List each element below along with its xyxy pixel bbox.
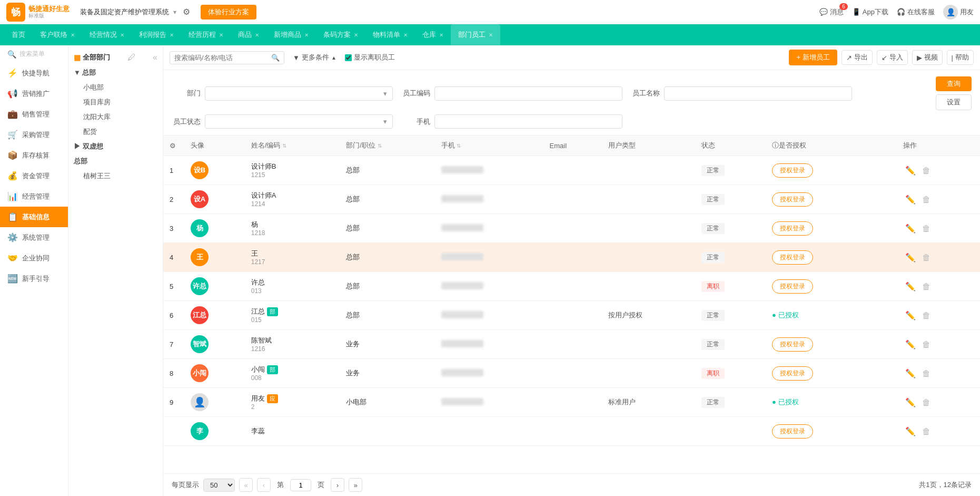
sidebar-item-shortcuts[interactable]: ⚡快捷导航 xyxy=(0,63,68,83)
edit-button[interactable]: ✏️ xyxy=(903,280,918,293)
online-service-button[interactable]: 🎧 在线客服 xyxy=(897,7,935,17)
dept-child-植树王三[interactable]: 植树王三 xyxy=(68,169,163,183)
tab-close-icon[interactable]: ✕ xyxy=(489,32,493,38)
next-page-button[interactable]: › xyxy=(331,478,344,492)
nav-tab-经营情况[interactable]: 经营情况 ✕ xyxy=(82,24,132,45)
prev-page-button[interactable]: ‹ xyxy=(257,478,271,492)
sidebar-item-enterprise[interactable]: 🤝企业协同 xyxy=(0,248,68,268)
phone-input[interactable] xyxy=(434,114,622,129)
emp-code-input[interactable] xyxy=(434,86,622,101)
sidebar-item-basic[interactable]: 📋基础信息 xyxy=(0,207,68,227)
auth-login-button[interactable]: 授权登录 xyxy=(772,279,813,294)
tab-close-icon[interactable]: ✕ xyxy=(120,32,124,38)
col-dept[interactable]: 部门/职位 ⇅ xyxy=(340,135,435,156)
tab-close-icon[interactable]: ✕ xyxy=(354,32,358,38)
nav-tab-商品[interactable]: 商品 ✕ xyxy=(231,24,266,45)
add-employee-button[interactable]: + 新增员工 xyxy=(789,50,837,65)
col-name[interactable]: 姓名/编码 ⇅ xyxy=(245,135,340,156)
col-settings[interactable]: ⚙ xyxy=(163,135,184,156)
delete-button[interactable]: 🗑 xyxy=(920,368,933,380)
auth-login-button[interactable]: 授权登录 xyxy=(772,424,813,439)
nav-tab-客户联络[interactable]: 客户联络 ✕ xyxy=(33,24,82,45)
nav-tab-仓库[interactable]: 仓库 ✕ xyxy=(415,24,451,45)
delete-button[interactable]: 🗑 xyxy=(920,397,933,409)
import-button[interactable]: ↙ 导入 xyxy=(877,50,908,65)
nav-tab-物料清单[interactable]: 物料清单 ✕ xyxy=(365,24,415,45)
emp-status-select[interactable]: ▾ xyxy=(205,114,393,129)
dept-group-双虚想[interactable]: ▶ 双虚想 xyxy=(68,139,163,154)
last-page-button[interactable]: » xyxy=(349,478,362,492)
tab-close-icon[interactable]: ✕ xyxy=(255,32,259,38)
show-resigned-checkbox[interactable] xyxy=(345,54,352,61)
auth-login-button[interactable]: 授权登录 xyxy=(772,337,813,352)
chevron-down-icon[interactable]: ▾ xyxy=(173,8,176,16)
edit-button[interactable]: ✏️ xyxy=(903,338,918,351)
nav-tab-新增商品[interactable]: 新增商品 ✕ xyxy=(266,24,316,45)
help-button[interactable]: | 帮助 xyxy=(947,50,974,65)
tab-close-icon[interactable]: ✕ xyxy=(304,32,309,38)
reset-button[interactable]: 设置 xyxy=(936,94,972,110)
nav-tab-首页[interactable]: 首页 xyxy=(4,24,33,45)
delete-button[interactable]: 🗑 xyxy=(920,426,933,437)
edit-button[interactable]: ✏️ xyxy=(903,309,918,322)
sidebar-item-sales[interactable]: 💼销售管理 xyxy=(0,104,68,124)
app-download-button[interactable]: 📱 App下载 xyxy=(852,7,888,17)
user-area[interactable]: 👤 用友 xyxy=(943,5,974,20)
delete-button[interactable]: 🗑 xyxy=(920,339,933,351)
auth-login-button[interactable]: 授权登录 xyxy=(772,250,813,265)
nav-tab-部门员工[interactable]: 部门员工 ✕ xyxy=(451,24,500,45)
view-button[interactable]: ▶ 视频 xyxy=(912,50,943,65)
sidebar-item-inventory[interactable]: 📦库存核算 xyxy=(0,145,68,166)
auth-login-button[interactable]: 授权登录 xyxy=(772,221,813,236)
more-filter-button[interactable]: ▼ 更多条件 ▲ xyxy=(289,51,341,64)
current-page-input[interactable] xyxy=(290,479,311,491)
sidebar-item-guide[interactable]: 🆕新手引导 xyxy=(0,268,68,289)
delete-button[interactable]: 🗑 xyxy=(920,252,933,264)
sidebar-item-purchase[interactable]: 🛒采购管理 xyxy=(0,124,68,145)
delete-button[interactable]: 🗑 xyxy=(920,310,933,322)
dept-child-小电部[interactable]: 小电部 xyxy=(68,80,163,95)
export-button[interactable]: ↗ 导出 xyxy=(842,50,873,65)
search-input[interactable] xyxy=(174,54,269,62)
emp-name-input[interactable] xyxy=(664,86,852,101)
dept-select[interactable]: ▾ xyxy=(205,86,393,101)
search-button[interactable]: 查询 xyxy=(936,76,972,91)
nav-tab-经营历程[interactable]: 经营历程 ✕ xyxy=(181,24,231,45)
sidebar-item-system[interactable]: ⚙️系统管理 xyxy=(0,227,68,248)
search-icon[interactable]: 🔍 xyxy=(271,54,280,62)
sidebar-item-marketing[interactable]: 📢营销推广 xyxy=(0,83,68,104)
first-page-button[interactable]: « xyxy=(239,478,253,492)
tab-close-icon[interactable]: ✕ xyxy=(219,32,223,38)
edit-button[interactable]: ✏️ xyxy=(903,193,918,206)
sidebar-item-finance[interactable]: 💰资金管理 xyxy=(0,166,68,186)
edit-button[interactable]: ✏️ xyxy=(903,222,918,235)
dept-edit-icon[interactable]: 🖊 xyxy=(127,53,136,62)
tab-close-icon[interactable]: ✕ xyxy=(439,32,443,38)
trial-button[interactable]: 体验行业方案 xyxy=(201,5,256,20)
show-resigned-toggle[interactable]: 显示离职员工 xyxy=(345,53,395,62)
edit-button[interactable]: ✏️ xyxy=(903,425,918,437)
delete-button[interactable]: 🗑 xyxy=(920,194,933,206)
nav-tab-条码方案[interactable]: 条码方案 ✕ xyxy=(316,24,365,45)
dept-child-项目库房[interactable]: 项目库房 xyxy=(68,95,163,110)
dept-collapse-icon[interactable]: « xyxy=(153,53,157,62)
settings-button[interactable]: ⚙ xyxy=(181,5,192,19)
dept-group-总部[interactable]: 总部 xyxy=(68,154,163,169)
tab-close-icon[interactable]: ✕ xyxy=(170,32,174,38)
sidebar-search[interactable]: 🔍搜索菜单 xyxy=(0,45,68,63)
sidebar-item-operations[interactable]: 📊经营管理 xyxy=(0,186,68,207)
dept-child-沈阳大库[interactable]: 沈阳大库 xyxy=(68,110,163,124)
delete-button[interactable]: 🗑 xyxy=(920,223,933,235)
delete-button[interactable]: 🗑 xyxy=(920,165,933,177)
delete-button[interactable]: 🗑 xyxy=(920,281,933,293)
dept-group-总部[interactable]: ▼ 总部 xyxy=(68,65,163,80)
auth-login-button[interactable]: 授权登录 xyxy=(772,163,813,178)
edit-button[interactable]: ✏️ xyxy=(903,396,918,409)
message-button[interactable]: 💬 消息 6 xyxy=(819,7,844,17)
edit-button[interactable]: ✏️ xyxy=(903,164,918,177)
auth-login-button[interactable]: 授权登录 xyxy=(772,366,813,381)
auth-login-button[interactable]: 授权登录 xyxy=(772,192,813,207)
tab-close-icon[interactable]: ✕ xyxy=(403,32,408,38)
col-phone[interactable]: 手机 ⇅ xyxy=(435,135,543,156)
dept-child-配货[interactable]: 配货 xyxy=(68,124,163,139)
